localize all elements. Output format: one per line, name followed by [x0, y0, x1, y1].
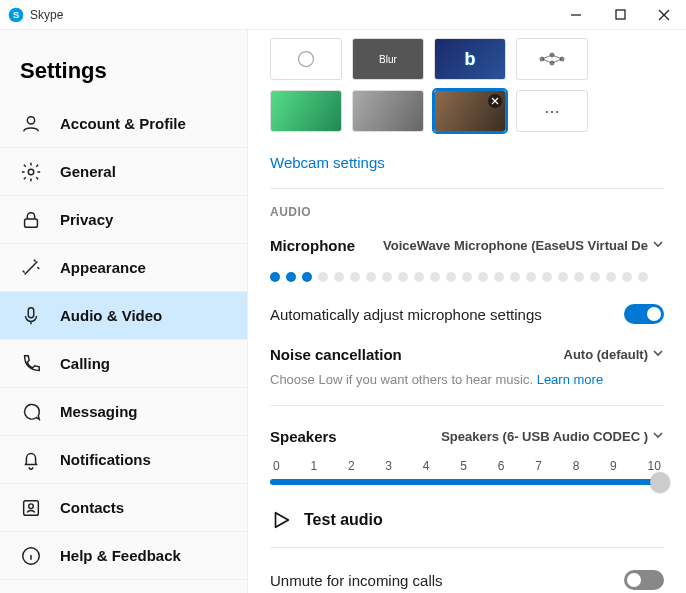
sidebar-item-privacy[interactable]: Privacy — [0, 196, 247, 244]
test-audio-button[interactable]: Test audio — [270, 509, 664, 531]
noise-cub-text: Choose Low if you want others to hear mu… — [270, 372, 533, 387]
level-dot — [638, 272, 648, 282]
sidebar-item-messaging[interactable]: Messaging — [0, 388, 247, 436]
svg-line-21 — [542, 59, 552, 63]
bg-thumb-none[interactable] — [270, 38, 342, 80]
sidebar-item-audio-video[interactable]: Audio & Video — [0, 292, 247, 340]
noise-cancellation-selector[interactable]: Auto (default) — [564, 347, 664, 362]
sidebar-item-account-profile[interactable]: Account & Profile — [0, 100, 247, 148]
speakers-device-selector[interactable]: Speakers (6- USB Audio CODEC ) — [441, 429, 664, 444]
auto-adjust-row: Automatically adjust microphone settings — [270, 298, 664, 330]
level-dot — [318, 272, 328, 282]
background-thumbnails-row2: ··· — [270, 90, 664, 132]
slider-tick-labels: 0 1 2 3 4 5 6 7 8 9 10 — [270, 459, 664, 473]
play-icon — [270, 509, 292, 531]
bg-thumb-image[interactable] — [352, 90, 424, 132]
bg-thumb-blur[interactable]: Blur — [352, 38, 424, 80]
divider — [270, 188, 664, 189]
level-dot — [574, 272, 584, 282]
thumb-label: Blur — [379, 54, 397, 65]
svg-rect-8 — [25, 219, 38, 227]
tick: 2 — [348, 459, 355, 473]
tick: 5 — [460, 459, 467, 473]
audio-section-label: AUDIO — [270, 205, 664, 219]
minimize-button[interactable] — [554, 0, 598, 30]
close-button[interactable] — [642, 0, 686, 30]
settings-title: Settings — [0, 30, 247, 100]
tick: 4 — [423, 459, 430, 473]
svg-point-6 — [27, 116, 34, 123]
window-title: Skype — [30, 8, 63, 22]
maximize-button[interactable] — [598, 0, 642, 30]
sidebar-item-label: Privacy — [60, 211, 113, 228]
bg-thumb-image-selected[interactable] — [434, 90, 506, 132]
window-controls — [554, 0, 686, 30]
sidebar-item-general[interactable]: General — [0, 148, 247, 196]
sidebar-item-label: Account & Profile — [60, 115, 186, 132]
level-dot — [462, 272, 472, 282]
tick: 10 — [648, 459, 661, 473]
level-dot — [286, 272, 296, 282]
sidebar-item-label: Help & Feedback — [60, 547, 181, 564]
skype-logo-icon: S — [8, 7, 24, 23]
divider — [270, 405, 664, 406]
sidebar-item-contacts[interactable]: Contacts — [0, 484, 247, 532]
noise-cancellation-row: Noise cancellation Auto (default) — [270, 340, 664, 369]
learn-more-link[interactable]: Learn more — [537, 372, 603, 387]
level-dot — [542, 272, 552, 282]
svg-rect-3 — [616, 10, 625, 19]
microphone-device-selector[interactable]: VoiceWave Microphone (EaseUS Virtual De — [383, 238, 664, 253]
sidebar-item-label: Contacts — [60, 499, 124, 516]
bg-thumb-image[interactable] — [270, 90, 342, 132]
microphone-label: Microphone — [270, 237, 355, 254]
level-dot — [622, 272, 632, 282]
svg-point-15 — [299, 52, 314, 67]
close-icon — [491, 97, 499, 105]
sidebar-item-label: Calling — [60, 355, 110, 372]
svg-text:S: S — [13, 10, 19, 20]
settings-sidebar: Settings Account & Profile General Priva… — [0, 30, 248, 593]
sidebar-item-calling[interactable]: Calling — [0, 340, 247, 388]
tick: 0 — [273, 459, 280, 473]
sidebar-item-label: Audio & Video — [60, 307, 162, 324]
more-label: ··· — [544, 101, 559, 122]
unmute-incoming-toggle[interactable] — [624, 570, 664, 590]
microphone-icon — [20, 305, 42, 327]
level-dot — [446, 272, 456, 282]
level-dot — [510, 272, 520, 282]
tick: 8 — [573, 459, 580, 473]
svg-point-11 — [29, 503, 34, 508]
bg-thumb-image[interactable]: b — [434, 38, 506, 80]
sidebar-item-label: General — [60, 163, 116, 180]
auto-adjust-label: Automatically adjust microphone settings — [270, 306, 542, 323]
speaker-volume-slider[interactable] — [270, 479, 664, 485]
molecule-icon — [532, 47, 572, 71]
info-icon — [20, 545, 42, 567]
sidebar-item-notifications[interactable]: Notifications — [0, 436, 247, 484]
wand-icon — [20, 257, 42, 279]
divider — [270, 547, 664, 548]
bg-thumb-more[interactable]: ··· — [516, 90, 588, 132]
webcam-settings-link[interactable]: Webcam settings — [270, 154, 385, 171]
background-thumbnails-row1: Blur b — [270, 38, 664, 80]
level-dot — [350, 272, 360, 282]
level-dot — [606, 272, 616, 282]
svg-line-22 — [552, 55, 562, 59]
bg-thumb-image[interactable] — [516, 38, 588, 80]
speaker-volume-slider-wrap: 0 1 2 3 4 5 6 7 8 9 10 — [270, 459, 664, 485]
auto-adjust-toggle[interactable] — [624, 304, 664, 324]
slider-thumb[interactable] — [650, 472, 670, 492]
no-background-icon — [296, 49, 316, 69]
contacts-icon — [20, 497, 42, 519]
chevron-down-icon — [652, 238, 664, 253]
sidebar-item-help-feedback[interactable]: Help & Feedback — [0, 532, 247, 580]
remove-background-button[interactable] — [488, 94, 502, 108]
noise-cancellation-value: Auto (default) — [564, 347, 648, 362]
sidebar-item-appearance[interactable]: Appearance — [0, 244, 247, 292]
microphone-device-value: VoiceWave Microphone (EaseUS Virtual De — [383, 238, 648, 253]
sidebar-item-label: Notifications — [60, 451, 151, 468]
sidebar-item-label: Appearance — [60, 259, 146, 276]
svg-line-23 — [552, 59, 562, 63]
bing-icon: b — [465, 49, 476, 70]
chevron-down-icon — [652, 347, 664, 362]
